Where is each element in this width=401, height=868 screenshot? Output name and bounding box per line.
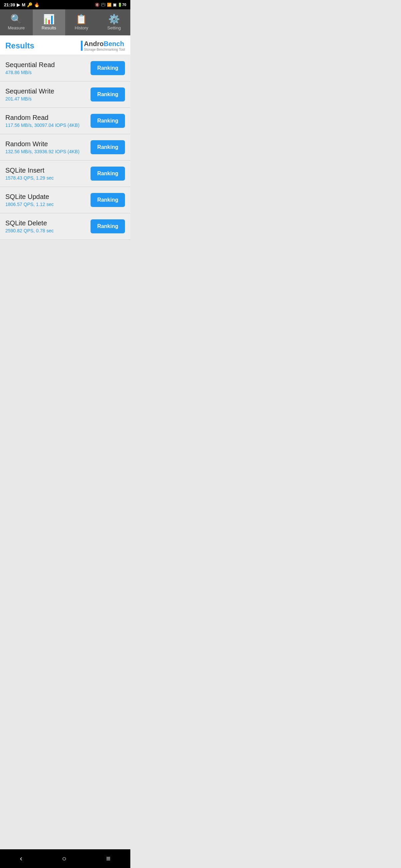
result-row-rand-write: Random Write 132.56 MB/s, 33936.92 IOPS … <box>0 134 130 161</box>
brand-name: AndroBench Storage Benchmarking Tool <box>84 40 125 52</box>
result-value-seq-write: 201.47 MB/s <box>5 96 91 101</box>
brand-name-part2: Bench <box>104 40 124 48</box>
result-name-sqlite-insert: SQLite Insert <box>5 166 91 174</box>
result-list: Sequential Read 478.86 MB/s Ranking Sequ… <box>0 55 130 240</box>
measure-label: Measure <box>8 25 25 30</box>
tab-setting[interactable]: ⚙️ Setting <box>98 9 131 35</box>
result-value-rand-read: 117.56 MB/s, 30097.04 IOPS (4KB) <box>5 123 91 128</box>
history-label: History <box>75 25 88 30</box>
result-name-seq-write: Sequential Write <box>5 88 91 95</box>
brand-name-text: AndroBench <box>84 40 125 48</box>
result-row-sqlite-insert: SQLite Insert 1578.43 QPS, 1.29 sec Rank… <box>0 161 130 187</box>
measure-icon: 🔍 <box>10 15 22 24</box>
tab-history[interactable]: 📋 History <box>65 9 98 35</box>
result-value-rand-write: 132.56 MB/s, 33936.92 IOPS (4KB) <box>5 149 91 154</box>
nav-tabs: 🔍 Measure 📊 Results 📋 History ⚙️ Setting <box>0 9 130 35</box>
result-value-sqlite-delete: 2590.82 QPS, 0.78 sec <box>5 228 91 234</box>
result-row-sqlite-update: SQLite Update 1806.57 QPS, 1.12 sec Rank… <box>0 187 130 213</box>
result-value-sqlite-update: 1806.57 QPS, 1.12 sec <box>5 202 91 207</box>
brand-name-part1: Andro <box>84 40 104 48</box>
result-info-sqlite-delete: SQLite Delete 2590.82 QPS, 0.78 sec <box>5 219 91 234</box>
tab-results[interactable]: 📊 Results <box>33 9 65 35</box>
ranking-button-sqlite-delete[interactable]: Ranking <box>91 219 125 234</box>
key-icon: 🔑 <box>27 2 32 7</box>
result-value-seq-read: 478.86 MB/s <box>5 70 91 75</box>
status-bar: 21:39 ▶ M 🔑 🔥 🔇 📳 📶 ▣ 🔋70 <box>0 0 130 9</box>
result-row-sqlite-delete: SQLite Delete 2590.82 QPS, 0.78 sec Rank… <box>0 213 130 240</box>
brand-logo: AndroBench Storage Benchmarking Tool <box>81 40 125 52</box>
result-name-seq-read: Sequential Read <box>5 61 91 69</box>
result-name-sqlite-update: SQLite Update <box>5 193 91 200</box>
wifi-icon: 📶 <box>107 3 112 7</box>
results-icon: 📊 <box>43 15 55 24</box>
brand-sub: Storage Benchmarking Tool <box>84 48 125 52</box>
ranking-button-rand-write[interactable]: Ranking <box>91 140 125 154</box>
brand-accent <box>81 41 83 51</box>
signal-icon: ▣ <box>113 3 116 7</box>
status-time: 21:39 <box>4 2 15 7</box>
result-name-sqlite-delete: SQLite Delete <box>5 219 91 227</box>
ranking-button-seq-write[interactable]: Ranking <box>91 88 125 101</box>
result-info-seq-write: Sequential Write 201.47 MB/s <box>5 88 91 101</box>
result-value-sqlite-insert: 1578.43 QPS, 1.29 sec <box>5 175 91 181</box>
status-right: 🔇 📳 📶 ▣ 🔋70 <box>95 3 126 7</box>
result-info-sqlite-insert: SQLite Insert 1578.43 QPS, 1.29 sec <box>5 166 91 181</box>
gmail-icon: M <box>22 2 25 7</box>
ranking-button-seq-read[interactable]: Ranking <box>91 61 125 75</box>
ranking-button-sqlite-update[interactable]: Ranking <box>91 193 125 207</box>
result-info-sqlite-update: SQLite Update 1806.57 QPS, 1.12 sec <box>5 193 91 207</box>
ranking-button-sqlite-insert[interactable]: Ranking <box>91 166 125 181</box>
results-label: Results <box>42 25 56 30</box>
result-name-rand-read: Random Read <box>5 114 91 122</box>
vibrate-icon: 📳 <box>101 3 106 7</box>
result-info-rand-read: Random Read 117.56 MB/s, 30097.04 IOPS (… <box>5 114 91 128</box>
battery-icon: 🔋70 <box>118 3 126 7</box>
result-row-seq-write: Sequential Write 201.47 MB/s Ranking <box>0 82 130 108</box>
status-left: 21:39 ▶ M 🔑 🔥 <box>4 2 39 7</box>
history-icon: 📋 <box>76 15 87 24</box>
results-title: Results <box>5 41 34 51</box>
setting-label: Setting <box>107 25 121 30</box>
result-name-rand-write: Random Write <box>5 140 91 148</box>
silent-icon: 🔇 <box>95 3 99 7</box>
ranking-button-rand-read[interactable]: Ranking <box>91 114 125 128</box>
tab-measure[interactable]: 🔍 Measure <box>0 9 33 35</box>
result-row-rand-read: Random Read 117.56 MB/s, 30097.04 IOPS (… <box>0 108 130 134</box>
setting-icon: ⚙️ <box>108 15 120 24</box>
results-header: Results AndroBench Storage Benchmarking … <box>0 35 130 55</box>
youtube-icon: ▶ <box>17 2 20 7</box>
flame-icon: 🔥 <box>34 2 39 7</box>
result-row-seq-read: Sequential Read 478.86 MB/s Ranking <box>0 55 130 82</box>
result-info-rand-write: Random Write 132.56 MB/s, 33936.92 IOPS … <box>5 140 91 154</box>
result-info-seq-read: Sequential Read 478.86 MB/s <box>5 61 91 75</box>
